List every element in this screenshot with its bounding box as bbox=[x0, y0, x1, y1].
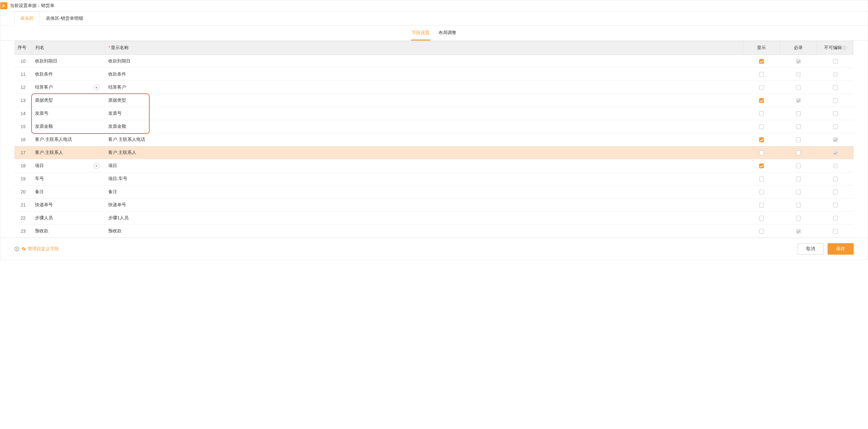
required-checkbox[interactable] bbox=[796, 150, 801, 155]
col-header-display: *显示名称 bbox=[105, 41, 743, 55]
readonly-checkbox[interactable] bbox=[833, 124, 838, 129]
table-row[interactable]: 22步骤人员步骤1人员 bbox=[14, 211, 854, 225]
help-icon[interactable] bbox=[14, 247, 20, 252]
readonly-checkbox[interactable] bbox=[833, 177, 838, 181]
readonly-checkbox[interactable] bbox=[833, 216, 838, 221]
required-checkbox[interactable] bbox=[796, 164, 801, 168]
required-cell bbox=[780, 146, 817, 160]
display-name-cell[interactable]: 收款到期日 bbox=[105, 55, 743, 68]
show-checkbox[interactable] bbox=[759, 124, 764, 129]
seq-cell: 22 bbox=[14, 211, 32, 225]
add-icon[interactable]: + bbox=[94, 163, 99, 169]
table-row[interactable]: 12结算客户+结算客户 bbox=[14, 81, 854, 94]
show-checkbox[interactable] bbox=[759, 190, 764, 194]
show-checkbox[interactable] bbox=[759, 98, 764, 103]
name-cell: 客户.主联系人 bbox=[32, 146, 105, 160]
show-cell bbox=[743, 120, 780, 133]
readonly-checkbox[interactable] bbox=[833, 98, 838, 103]
table-row[interactable]: 20备注备注 bbox=[14, 185, 854, 199]
seq-cell: 15 bbox=[14, 120, 32, 133]
show-cell bbox=[743, 68, 780, 81]
readonly-checkbox[interactable] bbox=[833, 229, 838, 234]
readonly-checkbox[interactable] bbox=[833, 190, 838, 194]
display-name-cell[interactable]: 项目 bbox=[105, 160, 743, 172]
seq-cell: 16 bbox=[14, 133, 32, 146]
display-name-cell[interactable]: 项目.车号 bbox=[105, 172, 743, 185]
table-row[interactable]: 10收款到期日收款到期日 bbox=[14, 55, 854, 68]
readonly-checkbox[interactable] bbox=[833, 203, 838, 207]
readonly-checkbox[interactable] bbox=[833, 85, 838, 90]
required-checkbox[interactable] bbox=[796, 190, 801, 194]
collapse-toggle[interactable] bbox=[0, 2, 7, 9]
show-checkbox[interactable] bbox=[759, 164, 764, 168]
show-checkbox[interactable] bbox=[759, 59, 764, 64]
show-checkbox[interactable] bbox=[759, 150, 764, 155]
table-row[interactable]: 15发票金额发票金额 bbox=[14, 120, 854, 133]
table-row[interactable]: 13票据类型票据类型 bbox=[14, 94, 854, 107]
required-checkbox[interactable] bbox=[796, 137, 801, 142]
readonly-cell bbox=[817, 55, 854, 68]
display-name-cell[interactable]: 客户.主联系人电话 bbox=[105, 133, 743, 146]
tab-0[interactable]: 表头区 bbox=[14, 11, 40, 26]
manage-custom-fields-link[interactable]: 管理自定义字段 bbox=[28, 246, 59, 252]
readonly-cell bbox=[817, 146, 854, 160]
info-icon[interactable]: ⓘ bbox=[842, 45, 846, 51]
display-name-cell[interactable]: 发票号 bbox=[105, 107, 743, 120]
add-icon[interactable]: + bbox=[94, 84, 99, 90]
col-header-show: 显示 bbox=[743, 41, 780, 55]
table-row[interactable]: 19车号项目.车号 bbox=[14, 172, 854, 185]
display-name-cell[interactable]: 收款条件 bbox=[105, 68, 743, 81]
show-checkbox[interactable] bbox=[759, 229, 764, 234]
header-title: 当前设置单据：销货单 bbox=[10, 3, 55, 9]
readonly-cell bbox=[817, 133, 854, 146]
readonly-checkbox[interactable] bbox=[833, 111, 838, 116]
table-row[interactable]: 18项目+项目 bbox=[14, 160, 854, 172]
show-cell bbox=[743, 185, 780, 199]
readonly-cell bbox=[817, 211, 854, 225]
col-header-seq: 序号 bbox=[14, 41, 32, 55]
name-cell: 项目+ bbox=[32, 160, 105, 172]
readonly-cell bbox=[817, 185, 854, 199]
field-table: 序号 列名 *显示名称 显示 必录 不可编辑ⓘ 10收款到期日收款到期日11收款… bbox=[14, 41, 854, 238]
table-row[interactable]: 14发票号发票号 bbox=[14, 107, 854, 120]
table-row[interactable]: 11收款条件收款条件 bbox=[14, 68, 854, 81]
table-row[interactable]: 16客户.主联系人电话客户.主联系人电话 bbox=[14, 133, 854, 146]
required-cell bbox=[780, 225, 817, 238]
show-checkbox[interactable] bbox=[759, 137, 764, 142]
show-checkbox[interactable] bbox=[759, 72, 764, 77]
required-cell bbox=[780, 172, 817, 185]
display-name-cell[interactable]: 结算客户 bbox=[105, 81, 743, 94]
name-cell: 发票金额 bbox=[32, 120, 105, 133]
sub-tab-1[interactable]: 布局调整 bbox=[438, 30, 457, 40]
show-checkbox[interactable] bbox=[759, 216, 764, 221]
display-name-cell[interactable]: 客户.主联系人 bbox=[105, 146, 743, 160]
table-row[interactable]: 23预收款预收款 bbox=[14, 225, 854, 238]
display-name-cell[interactable]: 备注 bbox=[105, 185, 743, 199]
required-checkbox[interactable] bbox=[796, 177, 801, 181]
display-name-cell[interactable]: 快递单号 bbox=[105, 199, 743, 211]
show-checkbox[interactable] bbox=[759, 85, 764, 90]
show-checkbox[interactable] bbox=[759, 111, 764, 116]
table-row[interactable]: 17客户.主联系人客户.主联系人 bbox=[14, 146, 854, 160]
readonly-checkbox bbox=[833, 72, 838, 77]
tab-1[interactable]: 表体区-销货单明细 bbox=[40, 11, 89, 26]
cancel-button[interactable]: 取消 bbox=[798, 243, 824, 255]
footer-left: 管理自定义字段 bbox=[14, 246, 59, 252]
show-checkbox[interactable] bbox=[759, 177, 764, 181]
show-checkbox[interactable] bbox=[759, 203, 764, 207]
table-row[interactable]: 21快递单号快递单号 bbox=[14, 199, 854, 211]
required-checkbox[interactable] bbox=[796, 203, 801, 207]
display-name-cell[interactable]: 步骤1人员 bbox=[105, 211, 743, 225]
readonly-checkbox[interactable] bbox=[833, 59, 838, 64]
readonly-cell bbox=[817, 68, 854, 81]
display-name-cell[interactable]: 预收款 bbox=[105, 225, 743, 238]
show-cell bbox=[743, 94, 780, 107]
required-checkbox[interactable] bbox=[796, 216, 801, 221]
required-checkbox[interactable] bbox=[796, 85, 801, 90]
required-checkbox[interactable] bbox=[796, 111, 801, 116]
required-checkbox[interactable] bbox=[796, 124, 801, 129]
save-button[interactable]: 保存 bbox=[828, 243, 854, 255]
sub-tab-0[interactable]: 字段设置 bbox=[411, 30, 430, 40]
display-name-cell[interactable]: 发票金额 bbox=[105, 120, 743, 133]
display-name-cell[interactable]: 票据类型 bbox=[105, 94, 743, 107]
